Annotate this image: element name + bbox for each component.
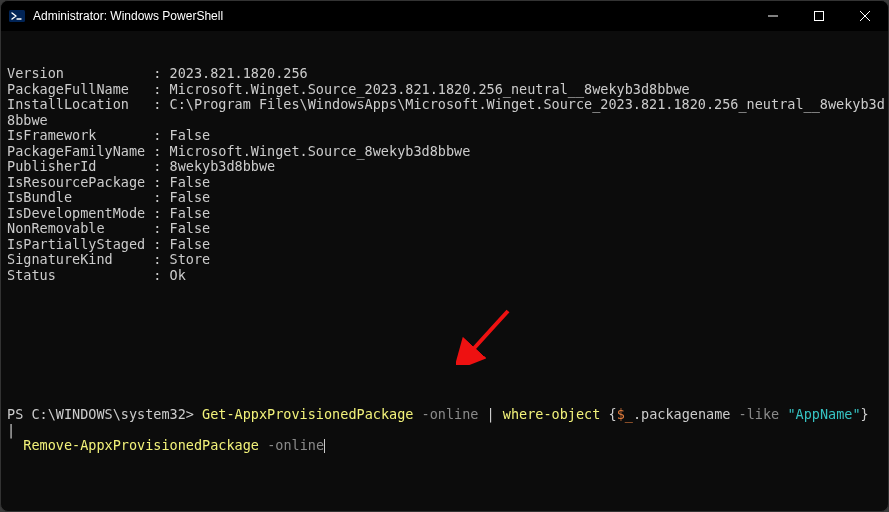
prompt-prefix: PS C:\WINDOWS\system32> [7,406,202,422]
svg-rect-0 [9,10,25,22]
output-row: IsBundle : False [7,190,882,206]
continuation-indent [7,437,15,453]
command-token: -online [267,437,324,453]
output-row: IsDevelopmentMode : False [7,206,882,222]
output-row-wrap: 8bbwe [7,113,882,129]
output-row: NonRemovable : False [7,221,882,237]
command-token [259,437,267,453]
command-token: Get-AppxProvisionedPackage [202,406,413,422]
titlebar[interactable]: Administrator: Windows PowerShell [1,1,888,31]
output-row: SignatureKind : Store [7,252,882,268]
output-row: Version : 2023.821.1820.256 [7,66,882,82]
command-token: -like [739,406,780,422]
output-row: PackageFullName : Microsoft.Winget.Sourc… [7,82,882,98]
prompt-line[interactable]: PS C:\WINDOWS\system32> Get-AppxProvisio… [7,407,882,454]
powershell-window: Administrator: Windows PowerShell Versio… [0,0,889,512]
output-row: PublisherId : 8wekyb3d8bbwe [7,159,882,175]
window-controls [750,1,888,31]
svg-rect-3 [815,12,824,21]
command-token: | [478,406,502,422]
output-row: InstallLocation : C:\Program Files\Windo… [7,97,882,113]
window-title: Administrator: Windows PowerShell [33,9,223,23]
command-token: where-object [503,406,601,422]
output-row: IsFramework : False [7,128,882,144]
command-token: { [600,406,616,422]
command-token: $_ [617,406,633,422]
close-button[interactable] [842,1,888,31]
maximize-button[interactable] [796,1,842,31]
terminal-body[interactable]: Version : 2023.821.1820.256PackageFullNa… [1,31,888,511]
output-block: Version : 2023.821.1820.256PackageFullNa… [7,66,882,283]
output-row: IsPartiallyStaged : False [7,237,882,253]
command-token: .packagename [633,406,739,422]
powershell-icon [9,8,25,24]
command-token [413,406,421,422]
output-row: PackageFamilyName : Microsoft.Winget.Sou… [7,144,882,160]
command-token: -online [422,406,479,422]
title-left: Administrator: Windows PowerShell [9,8,223,24]
output-row: Status : Ok [7,268,882,284]
command-token: Remove-AppxProvisionedPackage [23,437,259,453]
cursor [324,439,325,453]
command-token: "AppName" [787,406,860,422]
output-row: IsResourcePackage : False [7,175,882,191]
minimize-button[interactable] [750,1,796,31]
